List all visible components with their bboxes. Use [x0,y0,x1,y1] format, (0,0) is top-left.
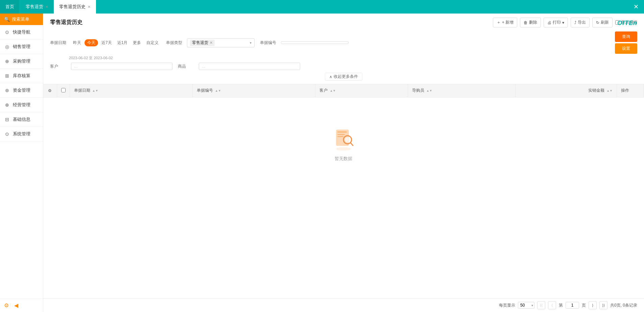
date-btn-yesterday[interactable]: 昨天 [71,39,83,46]
sidebar-item-sales-mgmt-label: 销售管理 [13,44,30,50]
page-next-button[interactable]: ⟩ [589,301,597,309]
refresh-label: 刷新 [601,20,609,25]
tab-retail-return-history-close[interactable]: ✕ [88,5,91,9]
tab-retail-return[interactable]: 零售退货 ✕ [20,0,54,14]
doc-type-tag-close[interactable]: ✕ [210,41,213,45]
col-guide: 导购员 ▲▼ [408,84,515,97]
tab-home[interactable]: 首页 [0,0,20,14]
col-settings[interactable]: ⚙ [43,84,57,97]
date-btn-custom[interactable]: 自定义 [144,39,161,46]
customer-input[interactable]: ... [71,63,172,70]
col-date-label: 单据日期 [74,88,90,93]
print-label: 打印 [553,20,561,25]
doc-no-input[interactable] [281,41,349,44]
sidebar-item-quick-nav[interactable]: ⊙ 快捷导航 [0,25,43,40]
operation-mgmt-icon: ⊕ [4,102,10,108]
svg-point-0 [336,147,351,151]
sidebar-item-inventory-calc-label: 库存核算 [13,73,30,79]
collapse-button[interactable]: ∧ 收起更多条件 [325,73,362,81]
date-buttons: 昨天 今天 近7天 近1月 更多 自定义 [71,39,161,46]
sidebar-item-finance-mgmt[interactable]: ⊛ 资金管理 [0,83,43,98]
sidebar-search[interactable]: 🔍 搜索菜单 [0,14,43,25]
page-size-select[interactable]: 20 50 100 [518,302,534,309]
sidebar-item-inventory-calc[interactable]: ⊞ 库存核算 [0,69,43,83]
doc-type-label: 单据类型 [166,40,185,46]
tab-retail-return-history[interactable]: 零售退货历史 ✕ [54,0,96,14]
tab-retail-return-close[interactable]: ✕ [45,5,48,9]
page-input[interactable] [566,302,579,309]
sidebar-item-quick-nav-label: 快捷导航 [13,29,30,35]
page-title-bar: 零售退货历史 ＋ + 新增 🗑 删除 🖨 打印 ▾ [50,18,637,27]
sidebar: 🔍 搜索菜单 ⊙ 快捷导航 ◎ 销售管理 ⊕ 采购管理 ⊞ 库存核算 ⊛ 资金管… [0,14,43,312]
sidebar-search-label: 搜索菜单 [12,16,29,22]
collapse-bar: ∧ 收起更多条件 [50,73,637,81]
col-guide-sort[interactable]: ▲▼ [426,89,432,92]
query-label: 查询 [622,34,630,40]
page-first-button[interactable]: ⟨⟨ [537,301,545,309]
tab-home-label: 首页 [5,4,14,10]
sidebar-item-purchase-mgmt[interactable]: ⊕ 采购管理 [0,54,43,69]
finance-mgmt-icon: ⊛ [4,87,10,93]
page-header: 零售退货历史 ＋ + 新增 🗑 删除 🖨 打印 ▾ [43,14,644,84]
quick-nav-icon: ⊙ [4,29,10,35]
system-mgmt-icon: ⊙ [4,131,10,137]
data-table: ⚙ 单据日期 ▲▼ 单据编号 ▲▼ [43,84,644,189]
collapse-label: 收起更多条件 [334,74,358,80]
export-button[interactable]: ⤴ 导出 [571,18,590,27]
main-layout: 🔍 搜索菜单 ⊙ 快捷导航 ◎ 销售管理 ⊕ 采购管理 ⊞ 库存核算 ⊛ 资金管… [0,14,644,312]
doc-type-tag: 零售退货 ✕ [190,40,215,46]
filter-row-2: 客户 ... 商品 ... [50,63,637,70]
col-operation: 操作 [617,84,644,97]
sidebar-item-basic-info[interactable]: ⊟ 基础信息 [0,112,43,127]
col-checkbox[interactable] [57,84,70,97]
svg-rect-4 [337,136,343,137]
col-operation-label: 操作 [621,88,629,93]
query-button[interactable]: 查询 [615,31,637,42]
sidebar-item-operation-mgmt[interactable]: ⊕ 经营管理 [0,98,43,112]
tab-retail-return-history-label: 零售退货历史 [59,4,86,10]
col-date-sort[interactable]: ▲▼ [92,89,98,92]
page-of-label: 页 [582,303,586,308]
settings-icon[interactable]: ⚙ [4,302,9,309]
page-label: 第 [559,303,563,308]
collapse-up-icon: ∧ [329,74,332,79]
collapse-sidebar-icon[interactable]: ◀ [14,302,18,309]
window-close-button[interactable]: ✕ [628,3,644,10]
new-button[interactable]: ＋ + 新增 [493,18,517,27]
col-actual-amount: 实销金额 ▲▼ [516,84,617,97]
delete-button[interactable]: 🗑 删除 [520,18,541,27]
goods-input[interactable]: ... [199,63,300,70]
col-customer-sort[interactable]: ▲▼ [330,89,336,92]
col-actual-amount-label: 实销金额 [588,88,604,93]
col-doc-no-sort[interactable]: ▲▼ [215,89,221,92]
search-icon: 🔍 [4,17,10,22]
col-doc-no: 单据编号 ▲▼ [192,84,315,97]
table-footer: 每页显示 20 50 100 ⟨⟨ ⟨ 第 页 ⟩ ⟩⟩ 共0页, 0条记录 [43,298,644,312]
date-btn-more[interactable]: 更多 [131,39,143,46]
select-all-checkbox[interactable] [61,88,66,92]
page-prev-button[interactable]: ⟨ [548,301,556,309]
sidebar-item-system-mgmt[interactable]: ⊙ 系统管理 [0,127,43,141]
sidebar-bottom: ⚙ ◀ [0,298,43,312]
sidebar-item-finance-mgmt-label: 资金管理 [13,87,30,93]
page-last-button[interactable]: ⟩⟩ [599,301,607,309]
col-actual-amount-sort[interactable]: ▲▼ [606,89,613,92]
refresh-icon: ↻ [596,20,599,25]
empty-text: 暂无数据 [335,156,352,162]
new-label: + 新增 [502,20,514,25]
refresh-button[interactable]: ↻ 刷新 [592,18,613,27]
settings-button[interactable]: 设置 [615,43,637,54]
date-btn-1month[interactable]: 近1月 [115,39,130,46]
basic-info-icon: ⊟ [4,116,10,122]
filter-area: 单据日期 昨天 今天 近7天 近1月 更多 自定义 单据类型 [50,31,637,84]
customer-filter: 客户 ... [50,63,172,70]
export-icon: ⤴ [574,20,576,25]
sidebar-item-sales-mgmt[interactable]: ◎ 销售管理 [0,40,43,54]
print-button[interactable]: 🖨 打印 ▾ [544,18,568,27]
doc-type-select[interactable]: 零售退货 ✕ ▾ [187,38,255,47]
settings-label: 设置 [622,46,630,51]
empty-row: 暂无数据 [43,97,644,189]
date-btn-7days[interactable]: 近7天 [99,39,114,46]
goods-placeholder: ... [202,64,205,69]
date-btn-today[interactable]: 今天 [85,39,98,46]
